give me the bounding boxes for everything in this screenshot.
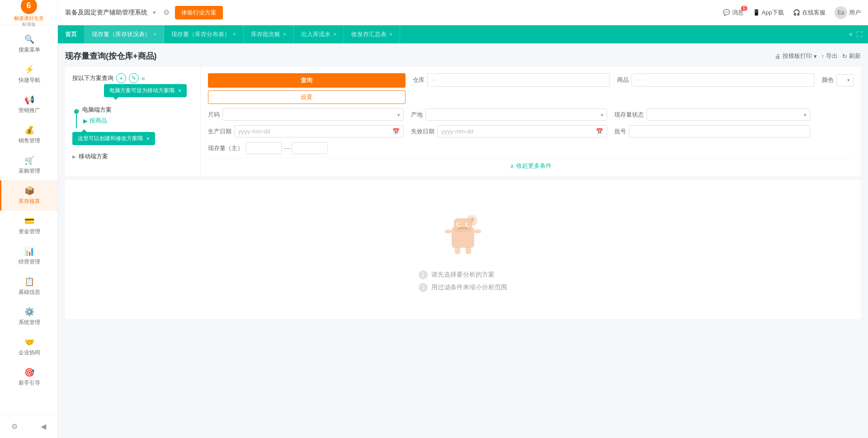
scheme-arrow-btn[interactable]: « xyxy=(142,75,145,82)
settings-bottom-btn[interactable]: ⚙ xyxy=(9,420,19,433)
page-title-bar: 现存量查询(按仓库+商品) 🖨 按模板打印 ▾ ↑ 导出 ↻ 刷新 xyxy=(65,51,861,61)
sidebar-item-search-label: 搜索菜单 xyxy=(19,46,40,54)
size-select[interactable] xyxy=(222,108,404,121)
sidebar-item-quick-nav[interactable]: ⚡ 快捷导航 xyxy=(0,59,57,89)
inventory-min-input[interactable] xyxy=(246,142,282,154)
expire-date-input-wrapper[interactable]: yyyy-mm-dd 📅 xyxy=(437,125,607,137)
empty-hints: 1 请先选择要分析的方案 2 用过滤条件来缩小分析范围 xyxy=(419,270,507,292)
online-support-btn[interactable]: 🎧 在线客服 xyxy=(793,9,826,17)
hint-num-2: 2 xyxy=(419,283,428,292)
print-btn[interactable]: 🖨 按模板打印 ▾ xyxy=(775,52,817,60)
export-icon: ↑ xyxy=(821,53,825,60)
app-download-btn[interactable]: 📱 App下载 xyxy=(753,9,784,17)
sidebar-item-capital-label: 资金管理 xyxy=(19,228,40,235)
set-btn[interactable]: 设置 xyxy=(208,90,406,104)
scheme-mobile-header[interactable]: ▶ 移动端方案 xyxy=(72,152,193,160)
tab-batch[interactable]: 库存批次账 × xyxy=(244,25,294,43)
add-scheme-btn[interactable]: + xyxy=(116,73,126,83)
inventory-main-field: 现存量（主） — xyxy=(208,142,404,154)
tab-home[interactable]: 首页 xyxy=(58,25,85,43)
tab-receive-summary-close[interactable]: × xyxy=(389,31,392,38)
money-icon: 💰 xyxy=(24,125,34,135)
sidebar-item-sales[interactable]: 💰 销售管理 xyxy=(0,120,57,150)
tab-inventory-status-close[interactable]: × xyxy=(153,31,156,38)
hint-1: 1 请先选择要分析的方案 xyxy=(419,270,507,279)
sidebar-item-marketing[interactable]: 📢 营销推广 xyxy=(0,89,57,120)
sidebar-item-enterprise[interactable]: 🤝 企业协同 xyxy=(0,332,57,362)
tab-inventory-dist-close[interactable]: × xyxy=(233,31,236,38)
tab-batch-label: 库存批次账 xyxy=(251,30,280,38)
empty-illustration: ? xyxy=(436,207,490,261)
tab-inout-flow-close[interactable]: × xyxy=(333,31,336,38)
tooltip-create-close[interactable]: × xyxy=(146,136,150,142)
goods-input-wrapper[interactable]: ··· xyxy=(632,73,815,87)
tab-inventory-dist[interactable]: 现存量（库存分布表） × xyxy=(164,25,244,43)
search-btn[interactable]: 查询 xyxy=(208,73,406,88)
tab-receive-summary[interactable]: 收发存汇总表 × xyxy=(344,25,400,43)
refresh-icon: ↻ xyxy=(842,53,847,60)
sidebar-item-guide[interactable]: 🎯 新手引导 xyxy=(0,362,57,392)
filter-header: 按以下方案查询 + ✎ « xyxy=(72,73,193,83)
expire-date-placeholder: yyyy-mm-dd xyxy=(441,128,473,135)
inventory-max-input[interactable] xyxy=(292,142,328,154)
expire-date-label: 失效日期 xyxy=(411,127,434,136)
tab-close-all-btn[interactable]: × xyxy=(849,31,853,38)
system-name: 装备及固定资产辅助管理系统 xyxy=(65,9,147,17)
settings-icon[interactable]: ⚙ xyxy=(163,8,170,17)
warehouse-field: 仓库 ··· xyxy=(413,73,610,87)
hint-text-1: 请先选择要分析的方案 xyxy=(431,271,495,279)
edit-scheme-btn[interactable]: ✎ xyxy=(129,73,139,83)
sidebar-menu: 🔍 搜索菜单 ⚡ 快捷导航 📢 营销推广 💰 销售管理 🛒 采购管理 📦 库存核… xyxy=(0,25,57,414)
tooltip-pc-close[interactable]: × xyxy=(178,88,181,94)
refresh-btn[interactable]: ↻ 刷新 xyxy=(842,52,861,60)
tooltip-create-scheme: 这里可以创建和修改方案哦 × xyxy=(72,132,155,145)
produce-date-input-wrapper[interactable]: yyyy-mm-dd 📅 xyxy=(234,125,404,137)
tab-inventory-status[interactable]: 现存量（库存状况表） × xyxy=(85,25,164,43)
messages-btn[interactable]: 💬 消息 6 xyxy=(723,9,744,17)
app-download-label: App下载 xyxy=(762,9,784,17)
batch-no-input[interactable] xyxy=(629,125,810,137)
scheme-pc-header[interactable]: ▶ 电脑端方案 xyxy=(76,106,193,114)
export-btn[interactable]: ↑ 导出 xyxy=(821,52,838,60)
user-label: 用户 xyxy=(849,9,861,17)
tab-inout-flow[interactable]: 出入库流水 × xyxy=(294,25,344,43)
tab-fullscreen-btn[interactable]: ⛶ xyxy=(856,31,863,38)
tab-batch-close[interactable]: × xyxy=(283,31,286,38)
hint-text-2: 用过滤条件来缩小分析范围 xyxy=(431,283,507,292)
sidebar-item-ops[interactable]: 📊 经营管理 xyxy=(0,241,57,271)
collapse-sidebar-btn[interactable]: ◀ xyxy=(39,420,48,433)
collapse-more-btn[interactable]: ∧ 收起更多条件 xyxy=(208,158,854,170)
scheme-by-goods[interactable]: ▶ 按商品 xyxy=(83,116,193,126)
header-right: 💬 消息 6 📱 App下载 🎧 在线客服 Ea 用户 xyxy=(723,6,861,19)
filter-wrapper: 按以下方案查询 + ✎ « 电脑方案可设为移动方案哦 × ▶ 电脑端方案 xyxy=(65,67,861,176)
tooltip-create-text: 这里可以创建和修改方案哦 xyxy=(78,135,143,142)
warehouse-input-wrapper[interactable]: ··· xyxy=(427,73,610,87)
sidebar-item-inventory[interactable]: 📦 库存核算 xyxy=(0,180,57,211)
user-btn[interactable]: Ea 用户 xyxy=(835,6,861,19)
inv-status-select[interactable] xyxy=(646,108,810,121)
color-select[interactable] xyxy=(836,74,854,86)
svg-text:?: ? xyxy=(470,217,474,224)
gear-icon: ⚙️ xyxy=(24,307,34,317)
batch-no-label: 批号 xyxy=(614,127,626,136)
scheme-sub-items: ▶ 按商品 xyxy=(83,116,193,126)
color-label: 颜色 xyxy=(822,76,834,84)
inventory-range: — xyxy=(246,142,404,154)
system-select-chevron[interactable]: ▾ xyxy=(153,9,156,16)
inv-status-select-wrapper: ▾ xyxy=(646,108,810,121)
sidebar-item-search[interactable]: 🔍 搜索菜单 xyxy=(0,29,57,59)
sidebar-item-capital[interactable]: 💳 资金管理 xyxy=(0,211,57,241)
sidebar-item-purchase[interactable]: 🛒 采购管理 xyxy=(0,150,57,180)
industry-plan-btn[interactable]: 体验行业方案 xyxy=(175,6,223,19)
origin-select[interactable] xyxy=(425,108,607,121)
sidebar-item-basic[interactable]: 📋 基础信息 xyxy=(0,271,57,301)
sidebar-logo: 6 畅捷通好生意 标准版 xyxy=(0,0,57,25)
print-label: 按模板打印 xyxy=(783,52,812,60)
sidebar-item-basic-label: 基础信息 xyxy=(19,288,40,296)
color-field: 颜色 ▾ xyxy=(822,74,854,86)
sidebar-item-inventory-label: 库存核算 xyxy=(19,198,40,205)
sidebar-item-system[interactable]: ⚙️ 系统管理 xyxy=(0,301,57,332)
svg-rect-8 xyxy=(455,247,460,254)
tab-receive-summary-label: 收发存汇总表 xyxy=(351,30,387,38)
scheme-panel: 按以下方案查询 + ✎ « 电脑方案可设为移动方案哦 × ▶ 电脑端方案 xyxy=(65,67,201,176)
